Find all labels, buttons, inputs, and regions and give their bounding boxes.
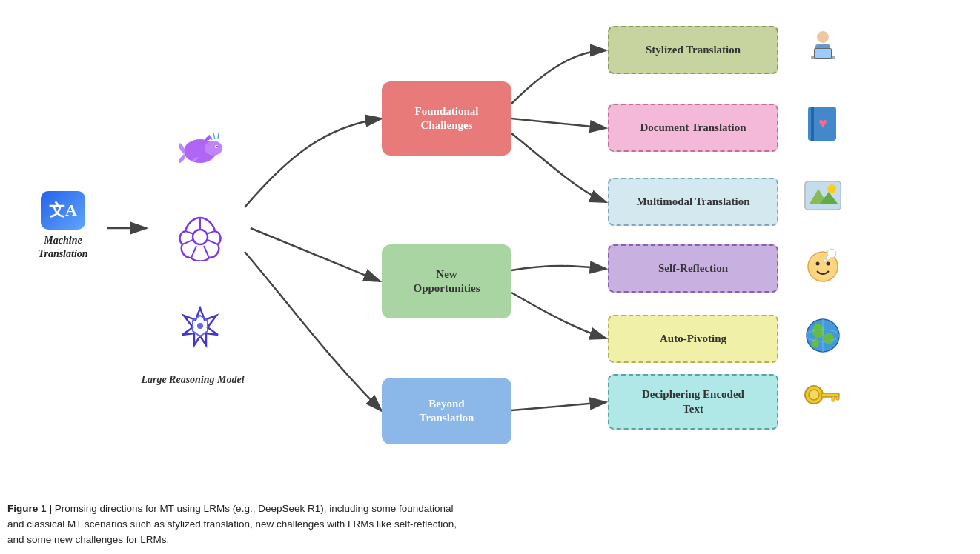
svg-point-16 (197, 323, 203, 329)
svg-point-34 (826, 256, 830, 260)
document-label: Document Translation (640, 121, 746, 136)
figure-caption: Figure 1 | Promsing directions for MT us… (7, 501, 973, 548)
beyond-label: Beyond Translation (420, 397, 474, 426)
svg-point-31 (815, 261, 819, 265)
self-reflection-node: Self-Reflection (608, 244, 778, 293)
svg-line-3 (251, 228, 380, 281)
auto-pivoting-node: Auto-Pivoting (608, 315, 778, 363)
svg-point-29 (827, 184, 836, 193)
diagram-area: 文A Machine Translation (15, 7, 964, 481)
svg-point-32 (826, 261, 830, 265)
globe-icon (802, 315, 843, 356)
document-translation-node: Document Translation (608, 104, 778, 152)
mt-label: Machine Translation (38, 234, 87, 261)
svg-point-13 (193, 230, 208, 244)
key-icon (802, 375, 843, 416)
deciphering-node: Deciphering Encoded Text (608, 374, 778, 430)
book-icon: ♥ (802, 104, 843, 144)
face-icon (802, 244, 843, 285)
autopivoting-label: Auto-Pivoting (660, 332, 726, 347)
person-icon (802, 28, 843, 69)
selfreflection-label: Self-Reflection (658, 261, 728, 276)
machine-translation-node: 文A Machine Translation (22, 185, 104, 267)
multimodal-translation-node: Multimodal Translation (608, 178, 778, 226)
mt-icon-text: 文A (49, 200, 77, 221)
svg-point-9 (216, 146, 218, 147)
svg-line-5 (511, 402, 606, 410)
main-container: 文A Machine Translation (0, 0, 980, 554)
svg-point-17 (817, 31, 829, 43)
stylized-label: Stylized Translation (646, 43, 741, 58)
new-opportunities-node: New Opportunities (382, 244, 511, 318)
svg-point-7 (205, 141, 222, 156)
lrm-label: Large Reasoning Model (126, 374, 259, 386)
svg-text:♥: ♥ (818, 115, 827, 131)
crystal-icon (174, 300, 226, 352)
opportunities-label: New Opportunities (413, 267, 480, 296)
foundational-challenges-node: Foundational Challenges (382, 81, 511, 156)
deciphering-label: Deciphering Encoded Text (642, 387, 744, 416)
image-icon (802, 176, 843, 217)
svg-point-38 (824, 333, 834, 344)
svg-line-11 (218, 133, 219, 138)
caption-bold: Figure 1 | (7, 503, 52, 514)
svg-line-10 (213, 133, 215, 139)
svg-point-43 (809, 390, 819, 400)
stylized-translation-node: Stylized Translation (608, 26, 778, 74)
svg-rect-46 (836, 396, 839, 400)
whale-icon (174, 122, 226, 174)
multimodal-label: Multimodal Translation (636, 195, 749, 210)
lrm-area (152, 104, 248, 370)
svg-rect-21 (815, 49, 831, 58)
svg-point-35 (824, 259, 827, 262)
svg-point-39 (812, 338, 819, 347)
svg-rect-45 (832, 396, 835, 401)
svg-rect-26 (805, 181, 841, 210)
mt-icon: 文A (41, 191, 85, 230)
openai-icon (174, 211, 226, 263)
beyond-translation-node: Beyond Translation (382, 378, 511, 444)
svg-rect-23 (811, 107, 814, 141)
svg-line-4 (511, 119, 606, 128)
caption-rest: Promsing directions for MT using LRMs (e… (7, 503, 457, 545)
foundational-label: Foundational Challenges (415, 104, 479, 133)
